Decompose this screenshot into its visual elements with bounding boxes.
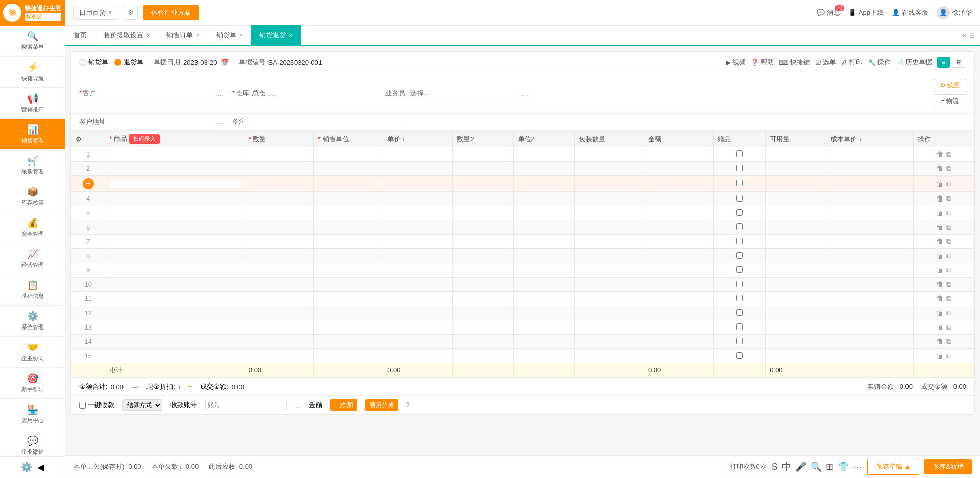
delete-icon[interactable]: 🗑 [936,251,943,260]
amount-cell[interactable] [644,235,713,249]
gift-checkbox[interactable] [736,223,743,230]
sidebar-bottom[interactable]: ⚙️ ◀ [0,456,65,478]
gift-cell[interactable] [714,192,766,206]
gift-checkbox[interactable] [736,195,743,202]
pack-qty-cell[interactable] [574,147,644,162]
qty-cell[interactable] [244,176,313,192]
unit2-cell[interactable] [513,292,574,306]
copy-icon[interactable]: ⧉ [946,209,951,217]
gift-cell[interactable] [714,278,766,292]
pack-qty-cell[interactable] [574,306,644,320]
available-cell[interactable] [766,192,826,206]
qty-cell[interactable] [244,192,313,206]
gift-checkbox[interactable] [736,209,743,216]
note-input[interactable] [249,117,402,127]
delete-icon[interactable]: 🗑 [936,351,943,360]
grid-icon[interactable]: ⊞ [826,461,834,472]
amount-cell[interactable] [644,147,713,162]
cost-unit-cell[interactable] [826,335,913,349]
sidebar-item-enterprise[interactable]: 🤝 企业协同 [0,337,65,368]
print-btn[interactable]: 🖨 打印 [841,58,863,67]
help-btn[interactable]: ❓ 帮助 [751,58,774,67]
sidebar-item-operation[interactable]: 📈 经营管理 [0,243,65,274]
product-cell[interactable] [105,263,244,278]
available-cell[interactable] [766,249,826,263]
sales-unit-cell[interactable] [314,349,383,363]
gift-cell[interactable] [714,306,766,320]
qty-cell[interactable] [244,292,313,306]
pack-qty-cell[interactable] [574,192,644,206]
product-cell[interactable] [105,278,244,292]
unit-price-cell[interactable] [383,349,453,363]
address-input[interactable] [109,117,212,127]
tabs-close-all[interactable]: ✕⊟ [957,32,980,39]
gift-cell[interactable] [714,263,766,278]
calendar-icon[interactable]: 📅 [220,59,229,66]
add-row-button[interactable]: + [83,178,94,189]
fee-help-icon[interactable]: ? [406,401,410,409]
sales-unit-cell[interactable] [314,292,383,306]
available-cell[interactable] [766,292,826,306]
unit-price-cell[interactable] [383,162,453,176]
qty2-cell[interactable] [453,176,513,192]
gift-checkbox[interactable] [736,180,743,186]
available-cell[interactable] [766,176,826,192]
product-cell[interactable] [105,176,244,192]
gift-checkbox[interactable] [736,295,743,301]
cost-unit-cell[interactable] [826,306,913,320]
qty-cell[interactable] [244,278,313,292]
delete-icon[interactable]: 🗑 [936,266,943,274]
copy-icon[interactable]: ⧉ [946,266,951,274]
qty-cell[interactable] [244,206,313,220]
gift-cell[interactable] [714,235,766,249]
cost-unit-cell[interactable] [826,176,913,192]
qty2-cell[interactable] [453,147,513,162]
sidebar-item-inventory[interactable]: 📦 库存核算 [0,181,65,212]
copy-icon[interactable]: ⧉ [946,337,951,346]
qty2-cell[interactable] [453,335,513,349]
available-cell[interactable] [766,349,826,363]
gift-checkbox[interactable] [736,323,743,330]
qty-cell[interactable] [244,235,313,249]
pack-qty-cell[interactable] [574,206,644,220]
unit2-cell[interactable] [513,335,574,349]
ellipsis-icon[interactable]: ... [295,401,301,409]
qty-cell[interactable] [244,349,313,363]
delete-icon[interactable]: 🗑 [936,180,943,188]
sales-unit-cell[interactable] [314,235,383,249]
qty-cell[interactable] [244,147,313,162]
unit2-cell[interactable] [513,176,574,192]
product-cell[interactable] [105,192,244,206]
product-cell[interactable] [105,335,244,349]
amount-cell[interactable] [644,162,713,176]
gift-checkbox[interactable] [736,338,743,344]
copy-icon[interactable]: ⧉ [946,251,951,260]
delete-icon[interactable]: 🗑 [936,337,943,346]
qty2-cell[interactable] [453,162,513,176]
one-click-payment-checkbox[interactable]: 一键收款 [79,400,114,410]
sidebar-item-marketing[interactable]: 📢 营销推广 [0,88,65,119]
fee-split-button[interactable]: 费用分摊 [365,399,398,411]
qty-cell[interactable] [244,162,313,176]
amount-cell[interactable] [644,320,713,335]
sales-unit-cell[interactable] [314,278,383,292]
shirt-icon[interactable]: 👕 [838,461,849,472]
unit2-cell[interactable] [513,235,574,249]
qty2-cell[interactable] [453,263,513,278]
sales-unit-cell[interactable] [314,147,383,162]
sidebar-item-finance[interactable]: 💰 资金管理 [0,212,65,243]
online-service-btn[interactable]: 👤 在线客服 [892,8,928,17]
copy-icon[interactable]: ⧉ [946,164,951,173]
unit-price-cell[interactable] [383,206,453,220]
more-icon[interactable]: ⋯ [853,461,862,472]
delete-icon[interactable]: 🗑 [936,194,943,203]
available-cell[interactable] [766,147,826,162]
th-settings[interactable]: ⚙ [71,131,105,147]
pack-qty-cell[interactable] [574,263,644,278]
unit2-cell[interactable] [513,249,574,263]
cost-unit-cell[interactable] [826,349,913,363]
product-cell[interactable] [105,292,244,306]
radio-sales-return[interactable]: 退货单 [114,58,143,67]
unit-price-cell[interactable] [383,235,453,249]
gift-checkbox[interactable] [736,150,743,157]
